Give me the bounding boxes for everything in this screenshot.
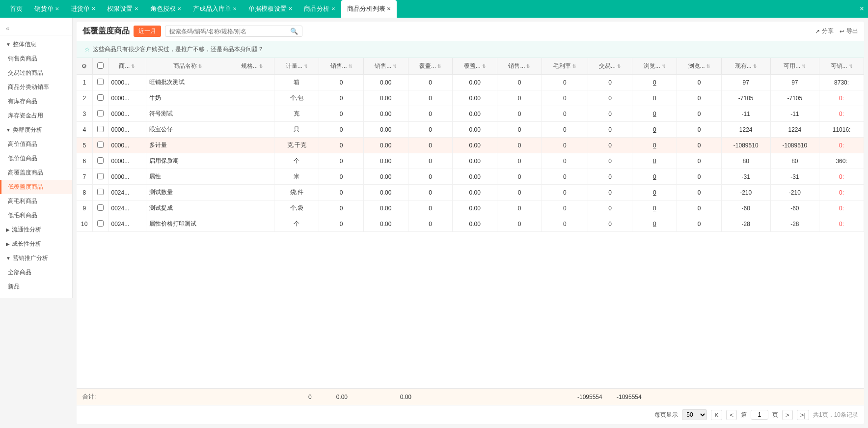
row-browse1[interactable]: 0 [632,200,677,216]
per-page-select[interactable]: 50 10 20 100 [682,409,707,420]
row-no: 9 [77,200,92,216]
col-available-stock[interactable]: 可用...⇅ [770,58,819,75]
close-button[interactable]: × [860,4,864,13]
sidebar-section-growth[interactable]: ▶ 成长性分析 [0,237,72,251]
sidebar-section-marketing[interactable]: ▼ 营销推广分析 [0,251,72,265]
sidebar-item-traded-goods[interactable]: 交易过的商品 [0,66,72,80]
row-browse1[interactable]: 0 [632,216,677,232]
nav-product-analysis[interactable]: 商品分析 × [298,0,341,18]
nav-product-analysis-list[interactable]: 商品分析列表 × [341,0,397,18]
col-checkbox[interactable] [92,58,108,75]
prev-page-btn[interactable]: < [726,410,737,420]
row-checkbox[interactable] [92,75,108,90]
row-checkbox[interactable] [92,122,108,138]
row-checkbox-input[interactable] [97,157,104,164]
nav-home[interactable]: 首页 [4,0,28,18]
sidebar-item-high-coverage[interactable]: 高覆盖度商品 [0,166,72,180]
page-number-input[interactable] [751,410,768,420]
row-browse1[interactable]: 0 [632,153,677,169]
row-checkbox[interactable] [92,153,108,169]
nav-sales-order[interactable]: 销货单 × [28,0,65,18]
row-checkbox[interactable] [92,185,108,200]
row-checkbox[interactable] [92,138,108,153]
row-available-stock: -11 [770,106,819,122]
row-checkbox-input[interactable] [97,126,104,132]
col-unit[interactable]: 计量...⇅ [274,58,319,75]
arrow-icon-4: ▶ [6,241,10,247]
sidebar-item-low-margin[interactable]: 低毛利商品 [0,208,72,223]
row-checkbox[interactable] [92,106,108,122]
col-sales-rate[interactable]: 销售...⇅ [497,58,542,75]
sidebar-item-low-coverage[interactable]: 低覆盖度商品 [0,180,72,194]
row-checkbox-input[interactable] [97,94,104,101]
col-coverage1[interactable]: 覆盖...⇅ [408,58,453,75]
select-all-checkbox[interactable] [97,62,104,69]
col-saleable[interactable]: 可销...⇅ [819,58,864,75]
row-checkbox-input[interactable] [97,79,104,85]
row-coverage1: 0 [408,153,453,169]
sidebar-item-stock-goods[interactable]: 有库存商品 [0,94,72,109]
sidebar-item-all-goods[interactable]: 全部商品 [0,265,72,280]
row-checkbox-input[interactable] [97,110,104,116]
row-sales-amount: 0.00 [363,106,408,122]
content-header: 低覆盖度商品 近一月 🔍 ↗ 分享 ↩ 导出 [77,22,864,41]
first-page-btn[interactable]: K [711,410,722,420]
row-checkbox-input[interactable] [97,220,104,227]
col-sales-amount[interactable]: 销售...⇅ [363,58,408,75]
sidebar-section-group[interactable]: ▼ 类群度分析 [0,123,72,137]
row-unit: 克,千克 [274,138,319,153]
row-checkbox[interactable] [92,216,108,232]
row-checkbox[interactable] [92,169,108,185]
sidebar-item-high-value[interactable]: 高价值商品 [0,137,72,151]
col-settings[interactable]: ⚙ [77,58,92,75]
row-browse1[interactable]: 0 [632,122,677,138]
nav-purchase-order[interactable]: 进货单 × [65,0,101,18]
row-sales-rate: 0 [497,106,542,122]
row-checkbox-input[interactable] [97,204,104,211]
sidebar-item-new-goods[interactable]: 新品 [0,280,72,294]
row-browse1[interactable]: 0 [632,106,677,122]
col-current-stock[interactable]: 现有...⇅ [721,58,770,75]
row-browse1[interactable]: 0 [632,75,677,90]
sidebar-item-category-rate[interactable]: 商品分类动销率 [0,80,72,94]
row-browse1[interactable]: 0 [632,169,677,185]
col-code[interactable]: 商...⇅ [108,58,146,75]
share-button[interactable]: ↗ 分享 [815,27,834,35]
nav-template-setting[interactable]: 单据模板设置 × [243,0,298,18]
col-browse2[interactable]: 浏览...⇅ [677,58,722,75]
col-gross-margin[interactable]: 毛利率⇅ [542,58,588,75]
nav-role-auth[interactable]: 角色授权 × [144,0,187,18]
sidebar-collapse-btn[interactable]: « [6,25,9,32]
row-checkbox-input[interactable] [97,142,104,148]
sidebar-section-flow[interactable]: ▶ 流通性分析 [0,223,72,237]
col-browse1[interactable]: 浏览...⇅ [632,58,677,75]
sidebar-item-high-margin[interactable]: 高毛利商品 [0,194,72,208]
row-browse1[interactable]: 0 [632,185,677,200]
nav-permissions[interactable]: 权限设置 × [101,0,144,18]
col-spec[interactable]: 规格...⇅ [230,58,274,75]
sidebar-item-sales-goods[interactable]: 销售类商品 [0,52,72,66]
row-checkbox[interactable] [92,200,108,216]
sidebar-section-overall[interactable]: ▼ 整体信息 [0,37,72,52]
col-sales-count[interactable]: 销售...⇅ [319,58,364,75]
col-coverage2[interactable]: 覆盖...⇅ [453,58,497,75]
per-page-label: 每页显示 [654,411,678,419]
col-name[interactable]: 商品名称⇅ [146,58,230,75]
row-checkbox[interactable] [92,90,108,106]
next-page-btn[interactable]: > [782,410,793,420]
nav-product-entry[interactable]: 产成品入库单 × [187,0,243,18]
search-input[interactable] [169,28,290,35]
row-sales-rate: 0 [497,75,542,90]
row-checkbox-input[interactable] [97,173,104,179]
row-gross-margin: 0 [542,90,588,106]
row-browse1[interactable]: 0 [632,90,677,106]
time-filter-button[interactable]: 近一月 [134,26,161,37]
export-button[interactable]: ↩ 导出 [840,27,858,35]
last-page-btn[interactable]: >| [797,410,809,420]
row-checkbox-input[interactable] [97,189,104,195]
row-browse1[interactable]: 0 [632,138,677,153]
sidebar-item-stock-capital[interactable]: 库存资金占用 [0,109,72,123]
sidebar-item-low-value[interactable]: 低价值商品 [0,151,72,166]
col-trade[interactable]: 交易...⇅ [588,58,632,75]
table-container[interactable]: ⚙ 商...⇅ 商品名称⇅ 规格...⇅ [77,58,864,388]
